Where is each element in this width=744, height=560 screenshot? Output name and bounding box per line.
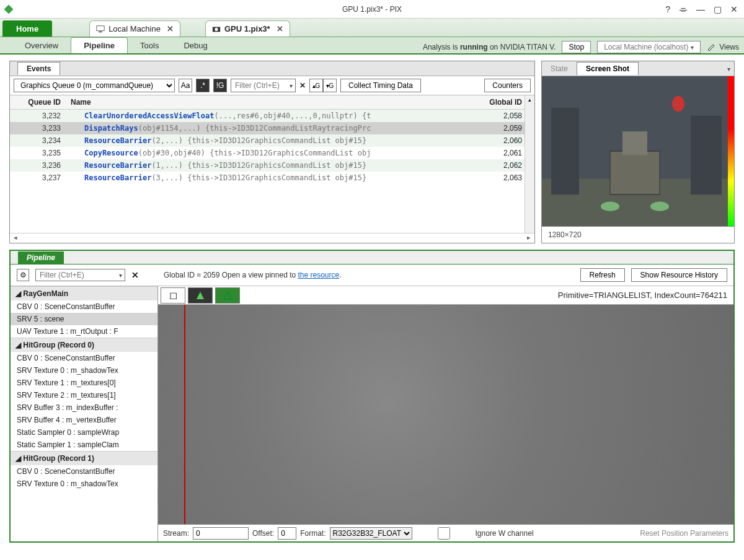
tree-leaf[interactable]: CBV 0 : SceneConstantBuffer bbox=[11, 300, 157, 313]
machine-dropdown[interactable]: Local Machine (localhost) bbox=[597, 41, 701, 53]
table-row[interactable]: 3,237ResourceBarrier(3,...) {this->ID3D1… bbox=[10, 172, 534, 184]
pipeline-filter-dropdown-icon[interactable] bbox=[117, 271, 125, 279]
col-queue-id[interactable]: Queue ID bbox=[10, 95, 66, 110]
svg-marker-0 bbox=[4, 5, 13, 14]
tree-leaf[interactable]: SRV 5 : scene bbox=[11, 313, 157, 325]
pipeline-filter-input[interactable] bbox=[36, 269, 117, 281]
window-title: GPU 1.pix3* - PIX bbox=[0, 5, 744, 14]
gear-icon[interactable]: ⚙ bbox=[17, 269, 29, 281]
minimize-icon[interactable]: — bbox=[696, 4, 705, 14]
svg-point-12 bbox=[601, 202, 619, 211]
col-global-id[interactable]: Global ID bbox=[460, 95, 534, 110]
reset-position-link[interactable]: Reset Position Parameters bbox=[640, 529, 728, 538]
svg-marker-15 bbox=[224, 292, 231, 299]
tree-leaf[interactable]: SRV Texture 2 : m_textures[1] bbox=[11, 389, 157, 401]
tab-gpu-capture[interactable]: GPU 1.pix3* ✕ bbox=[205, 20, 290, 37]
home-button[interactable]: Home bbox=[2, 20, 52, 37]
tab-debug[interactable]: Debug bbox=[171, 38, 219, 53]
scene-preview bbox=[542, 76, 728, 226]
stream-input[interactable] bbox=[193, 527, 249, 540]
tree-group[interactable]: ◢ RayGenMain bbox=[11, 286, 157, 300]
prev-g-button[interactable]: ▴G bbox=[309, 79, 323, 92]
tree-leaf[interactable]: Static Sampler 1 : sampleClam bbox=[11, 439, 157, 451]
table-row[interactable]: 3,234ResourceBarrier(2,...) {this->ID3D1… bbox=[10, 134, 534, 147]
screenshot-menu-icon[interactable] bbox=[727, 64, 734, 73]
clear-pipeline-filter-icon[interactable]: ✕ bbox=[131, 270, 139, 280]
tab-pipeline[interactable]: Pipeline bbox=[71, 37, 128, 53]
pipeline-tree[interactable]: ◢ RayGenMainCBV 0 : SceneConstantBufferS… bbox=[11, 286, 158, 541]
events-panel: Events Graphics Queue 0 (m_commandQueue)… bbox=[9, 61, 535, 243]
horizontal-scrollbar[interactable]: ◂▸ bbox=[10, 233, 534, 243]
tree-leaf[interactable]: SRV Texture 0 : m_shadowTex bbox=[11, 364, 157, 377]
refresh-button[interactable]: Refresh bbox=[580, 268, 625, 282]
tree-leaf[interactable]: CBV 0 : SceneConstantBuffer bbox=[11, 352, 157, 364]
views-button[interactable]: Views bbox=[707, 42, 739, 52]
stream-label: Stream: bbox=[163, 529, 189, 538]
events-tab[interactable]: Events bbox=[17, 62, 60, 75]
title-bar: GPU 1.pix3* - PIX ? ⌯ — ▢ ✕ bbox=[0, 0, 744, 19]
tree-group[interactable]: ◢ HitGroup (Record 0) bbox=[11, 338, 157, 352]
resource-link[interactable]: the resource bbox=[298, 271, 339, 279]
events-table: Queue ID Name Global ID 3,232ClearUnorde… bbox=[10, 95, 534, 184]
tree-leaf[interactable]: CBV 0 : SceneConstantBuffer bbox=[11, 465, 157, 478]
tree-leaf[interactable]: Static Sampler 0 : sampleWrap bbox=[11, 426, 157, 439]
tree-group[interactable]: ◢ HitGroup (Record 1) bbox=[11, 451, 157, 465]
stop-button[interactable]: Stop bbox=[562, 41, 591, 53]
collect-timing-button[interactable]: Collect Timing Data bbox=[340, 79, 421, 92]
svg-rect-2 bbox=[99, 31, 102, 32]
screenshot-panel: State Screen Shot 1280×720 bbox=[541, 61, 735, 243]
tab-close-icon[interactable]: ✕ bbox=[277, 24, 283, 33]
clear-filter-icon[interactable]: ✕ bbox=[299, 81, 306, 90]
svg-rect-11 bbox=[691, 116, 722, 195]
feedback-icon[interactable]: ⌯ bbox=[679, 4, 688, 14]
table-row[interactable]: 3,232ClearUnorderedAccessViewFloat(...,r… bbox=[10, 110, 534, 123]
state-tab[interactable]: State bbox=[542, 63, 577, 75]
regex-toggle[interactable]: .* bbox=[196, 79, 210, 92]
svg-rect-10 bbox=[551, 108, 579, 195]
close-icon[interactable]: ✕ bbox=[730, 4, 738, 14]
offset-input[interactable] bbox=[278, 527, 296, 540]
viewer-mode-bounds-icon[interactable]: ◻ bbox=[161, 287, 185, 304]
heatmap-gradient bbox=[728, 76, 734, 226]
show-resource-history-button[interactable]: Show Resource History bbox=[631, 268, 727, 282]
next-g-button[interactable]: ▾G bbox=[323, 79, 337, 92]
tree-leaf[interactable]: SRV Buffer 4 : m_vertexBuffer bbox=[11, 414, 157, 426]
help-icon[interactable]: ? bbox=[665, 4, 670, 14]
table-row[interactable]: 3,235CopyResource(obj#30,obj#40) {this->… bbox=[10, 147, 534, 159]
tab-capture-label: GPU 1.pix3* bbox=[224, 24, 270, 33]
camera-icon bbox=[212, 25, 221, 33]
table-row[interactable]: 3,233DispatchRays(obj#1154,...) {this->I… bbox=[10, 122, 534, 134]
tab-local-machine[interactable]: Local Machine ✕ bbox=[89, 20, 180, 37]
queue-dropdown[interactable]: Graphics Queue 0 (m_commandQueue) bbox=[14, 79, 175, 92]
col-name[interactable]: Name bbox=[66, 95, 460, 110]
counters-button[interactable]: Counters bbox=[484, 79, 531, 92]
screenshot-image[interactable] bbox=[542, 76, 734, 227]
screenshot-tab[interactable]: Screen Shot bbox=[577, 62, 639, 75]
vertical-scrollbar[interactable]: ▴ bbox=[525, 95, 534, 233]
filter-dropdown-icon[interactable] bbox=[287, 81, 295, 90]
tab-overview[interactable]: Overview bbox=[12, 38, 71, 53]
tab-close-icon[interactable]: ✕ bbox=[167, 24, 174, 33]
tab-tools[interactable]: Tools bbox=[128, 38, 171, 53]
tree-leaf[interactable]: SRV Texture 0 : m_shadowTex bbox=[11, 478, 157, 490]
match-case-toggle[interactable]: Aa bbox=[179, 79, 192, 92]
svg-marker-14 bbox=[197, 292, 204, 299]
wireframe-canvas[interactable]: Stream: Offset: Format: R32G32B32_FLOAT … bbox=[158, 305, 733, 541]
tree-leaf[interactable]: UAV Texture 1 : m_rtOutput : F bbox=[11, 325, 157, 338]
events-filter-input[interactable] bbox=[231, 79, 287, 92]
edit-icon bbox=[707, 42, 717, 52]
viewer-mode-solid-icon[interactable] bbox=[188, 287, 213, 304]
table-row[interactable]: 3,236ResourceBarrier(1,...) {this->ID3D1… bbox=[10, 159, 534, 172]
not-g-toggle[interactable]: !G bbox=[213, 79, 227, 92]
monitor-icon bbox=[96, 25, 105, 33]
tree-leaf[interactable]: SRV Buffer 3 : m_indexBuffer : bbox=[11, 401, 157, 414]
viewer-bottom-bar: Stream: Offset: Format: R32G32B32_FLOAT … bbox=[158, 524, 733, 541]
tree-leaf[interactable]: SRV Texture 1 : m_textures[0] bbox=[11, 377, 157, 389]
maximize-icon[interactable]: ▢ bbox=[714, 4, 722, 14]
svg-rect-8 bbox=[622, 131, 647, 155]
format-label: Format: bbox=[300, 529, 326, 538]
svg-rect-1 bbox=[97, 25, 104, 30]
ignore-w-checkbox[interactable] bbox=[416, 527, 472, 540]
viewer-mode-wire-icon[interactable] bbox=[215, 287, 240, 304]
format-dropdown[interactable]: R32G32B32_FLOAT bbox=[330, 527, 412, 540]
